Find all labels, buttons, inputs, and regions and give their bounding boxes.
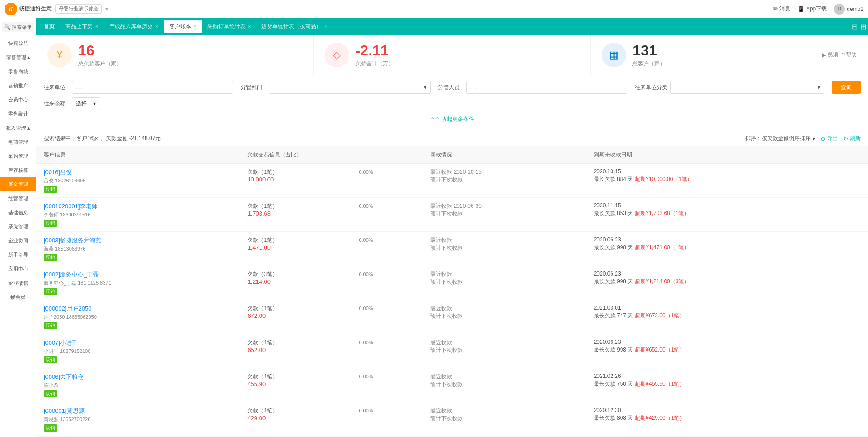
tab-purchase-product-stats[interactable]: 进货单统计表（按商品） × [256,20,332,33]
debt-amount-6[interactable]: 455.90 [247,381,344,387]
overdue-link-3[interactable]: 超期¥1,214.00（3笔） [635,278,689,286]
sidebar-item-wholesale[interactable]: 批发管理 ▴ [0,121,36,135]
nav-expand-icon[interactable]: ⊞ [860,22,866,31]
dept-label: 分管部门 [241,84,266,91]
tab-close-2[interactable]: × [156,24,158,29]
sidebar-item-retail-stats[interactable]: 零售统计 [0,107,36,121]
cell-due-0: 2020.10.15 最长欠款 884 天 超期¥10,000.00（1笔） [587,164,868,198]
sidebar-item-enterprise[interactable]: 企业协同 [0,234,36,248]
supplier-input[interactable]: ... [72,81,233,94]
industry-label[interactable]: 母婴行业演示账套 [55,4,102,14]
search-menu-btn[interactable]: 🔍 搜索菜单 [2,22,34,32]
sidebar-item-member-plus[interactable]: 畅会员 [0,290,36,304]
avatar-icon: D [834,4,845,15]
debt-amount-3[interactable]: 1,214.00 [247,278,344,285]
tab-product-history[interactable]: 产成品入库单历史 × [104,20,164,33]
tab-close-3[interactable]: × [194,24,196,29]
person-label: 分管人员 [438,84,463,91]
tab-product-shelf[interactable]: 商品上下架 × [60,20,104,33]
sidebar-item-ecommerce[interactable]: 电商管理 [0,135,36,149]
sidebar-item-retail-mall[interactable]: 零售商城 [0,65,36,79]
debt-amount-2[interactable]: 1,471.00 [247,244,344,251]
overdue-link-0[interactable]: 超期¥10,000.00（1笔） [635,176,692,183]
message-btn[interactable]: ✉ 消息 [773,5,790,13]
overdue-link-4[interactable]: 超期¥672.00（1笔） [635,312,685,320]
collapse-icon: ⌃⌃ [431,116,440,123]
overdue-info-2: 最长欠款 998 天 超期¥1,471.00（1笔） [594,244,861,251]
overdue-link-1[interactable]: 超期¥1,703.68（1笔） [635,210,689,217]
collapse-btn[interactable]: ⌃⌃ 收起更多条件 [431,116,474,123]
sidebar-item-member[interactable]: 会员中心 [0,93,36,107]
next-payment-1: 预计下次收款 [430,210,579,218]
debt-ratio-7: 0.00% [359,408,416,413]
sidebar-item-base-info[interactable]: 基础信息 [0,206,36,220]
customer-name-4[interactable]: [000002]用户2050 [44,305,233,313]
customer-name-5[interactable]: [0007]小进千 [44,339,233,347]
overdue-link-5[interactable]: 超期¥652.00（1笔） [635,346,685,354]
sidebar-item-corp-wechat[interactable]: 企业微信 [0,276,36,290]
tab-close-4[interactable]: × [248,24,251,29]
debt-amount-0[interactable]: 10,000.00 [247,176,344,183]
cell-debt-1: 欠款（1笔） 1,703.68 [240,198,351,232]
table-header-row: 客户信息 欠款交易信息（占比） 回款情况 到期未收款日期 [36,146,868,164]
cell-customer-1: [0001020001]李老师 李老师 18600391516 现销 [36,198,240,232]
cell-due-3: 2020.06.23 最长欠款 998 天 超期¥1,214.00（3笔） [587,266,868,300]
last-payment-2: 最近收款 [430,236,579,244]
search-button[interactable]: 查询 [832,81,861,94]
filter-area: 往来单位 ... 分管部门 ▾ 分管人员 [36,75,868,131]
sidebar-item-operations[interactable]: 经营管理 [0,191,36,206]
debt-ratio-6: 0.00% [359,374,416,379]
sidebar-item-finance[interactable]: 资金管理 [0,177,36,191]
category-select[interactable]: ▾ [670,81,824,94]
overdue-link-7[interactable]: 超期¥429.00（1笔） [635,414,685,422]
debt-amount-1[interactable]: 1,703.68 [247,210,344,217]
overdue-link-6[interactable]: 超期¥455.90（1笔） [635,380,685,388]
export-btn[interactable]: ⊙ 导出 [821,135,838,142]
user-avatar[interactable]: D demo2 [834,4,863,15]
overdue-days-2: 最长欠款 998 天 [594,244,633,251]
tab-close-5[interactable]: × [324,24,327,29]
overdue-days-3: 最长欠款 998 天 [594,278,633,286]
next-payment-2: 预计下次收款 [430,244,579,252]
help-btn[interactable]: ? 帮助 [842,51,857,59]
sidebar-item-quick-nav[interactable]: 快捷导航 [0,36,36,50]
debt-amount-4[interactable]: 672.00 [247,312,344,319]
overdue-link-2[interactable]: 超期¥1,471.00（1笔） [635,244,689,251]
sidebar-item-inventory[interactable]: 库存核算 [0,163,36,177]
debt-amount-7[interactable]: 429.00 [247,415,344,422]
customer-name-0[interactable]: [0016]吕俊 [44,168,233,176]
app-download-btn[interactable]: 📱 App下载 [798,5,827,13]
customer-name-6[interactable]: [0006]去下粮仓 [44,373,233,381]
tab-close-1[interactable]: × [95,24,98,29]
balance-select[interactable]: 选择... ▾ [72,97,100,110]
customer-name-1[interactable]: [0001020001]李老师 [44,202,233,211]
sidebar-item-system[interactable]: 系统管理 [0,220,36,234]
filter-dept: 分管部门 ▾ [241,81,430,94]
sidebar-item-purchase[interactable]: 采购管理 [0,149,36,163]
sort-select[interactable]: 排序：按欠款金额倒序排序 ▾ [745,135,815,142]
debt-amount-5[interactable]: 652.00 [247,347,344,353]
video-btn[interactable]: ▶ 视频 [822,51,838,59]
export-icon: ⊙ [821,136,825,142]
customer-name-2[interactable]: [0003]畅捷服务尹海燕 [44,236,233,245]
sidebar-item-app-center[interactable]: 应用中心 [0,262,36,276]
last-payment-7: 最近收款 [430,407,579,415]
tab-purchase-stats[interactable]: 采购订单统计表 × [202,20,256,33]
customer-name-7[interactable]: [000001]黄思源 [44,407,233,415]
nav-minimize-icon[interactable]: ⊟ [852,22,858,31]
sort-arrow: ▾ [813,136,815,142]
sidebar-item-retail-mgmt[interactable]: 零售管理 ▴ [0,50,36,65]
dept-select[interactable]: ▾ [269,81,430,94]
cell-collection-6: 最近收款 预计下次收款 [423,368,586,402]
sidebar-item-marketing[interactable]: 营销推广 [0,79,36,93]
customer-phone-1: 李老师 18600391516 [44,211,233,218]
customer-tag-1: 现销 [44,220,57,227]
tab-home[interactable]: 首页 [38,20,60,33]
customer-name-3[interactable]: [0002]服务中心_丁磊 [44,271,233,279]
refresh-btn[interactable]: ↻ 刷新 [843,135,861,142]
tab-customer-account[interactable]: 客户账本 × [164,20,202,33]
person-input[interactable]: ... [466,81,627,94]
overdue-info-7: 最长欠款 808 天 超期¥429.00（1笔） [594,414,861,422]
filter-supplier: 往来单位 ... [44,81,233,94]
sidebar-item-newbie[interactable]: 新手引导 [0,248,36,262]
